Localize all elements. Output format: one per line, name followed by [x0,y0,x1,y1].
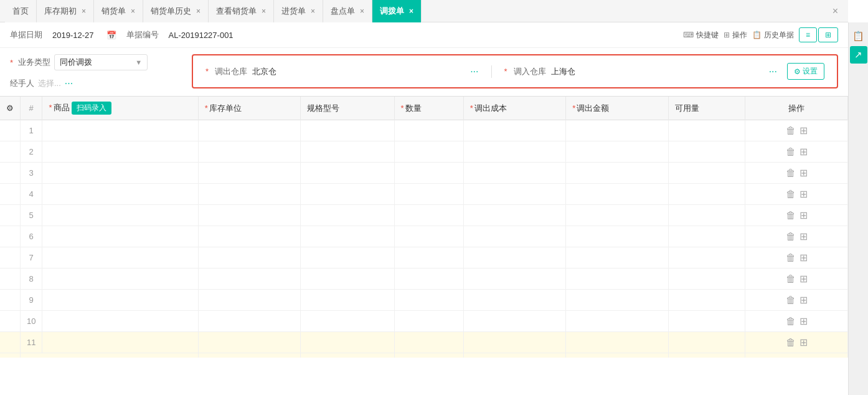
cell-available-7[interactable] [669,247,745,269]
tab-purchase[interactable]: 进货单 × [274,0,323,22]
cell-cost-2[interactable] [463,141,566,163]
copy-icon-3[interactable]: ⊞ [800,167,808,179]
cell-amount-5[interactable] [566,205,669,226]
cell-qty-4[interactable] [394,184,463,205]
delete-icon-6[interactable]: 🗑 [786,231,796,242]
cell-qty-1[interactable] [394,120,463,141]
cell-unit-10[interactable] [198,311,301,332]
cell-unit-9[interactable] [198,290,301,311]
cell-qty-3[interactable] [394,163,463,184]
cell-product-5[interactable] [42,205,198,226]
cell-qty-7[interactable] [394,247,463,269]
cell-product-3[interactable] [42,163,198,184]
cell-cost-11[interactable] [463,332,566,353]
layout-btn-2[interactable]: ⊞ [818,27,838,42]
copy-icon-2[interactable]: ⊞ [800,146,808,158]
cell-product-11[interactable] [42,332,198,353]
cell-product-4[interactable] [42,184,198,205]
cell-qty-11[interactable] [394,332,463,353]
cell-unit-4[interactable] [198,184,301,205]
cell-unit-5[interactable] [198,205,301,226]
warehouse-out-more-icon[interactable]: ··· [470,66,478,77]
cell-cost-5[interactable] [463,205,566,226]
cell-product-8[interactable] [42,269,198,290]
cell-available-6[interactable] [669,226,745,247]
cell-cost-1[interactable] [463,120,566,141]
cell-qty-5[interactable] [394,205,463,226]
person-placeholder[interactable]: 选择... [38,78,61,89]
cell-qty-2[interactable] [394,141,463,163]
cell-product-10[interactable] [42,311,198,332]
copy-icon-6[interactable]: ⊞ [800,231,808,242]
cell-amount-3[interactable] [566,163,669,184]
tab-sales-history[interactable]: 销货单历史 × [143,0,209,22]
cell-amount-1[interactable] [566,120,669,141]
cell-spec-8[interactable] [301,269,394,290]
delete-icon-5[interactable]: 🗑 [786,210,796,221]
cell-spec-1[interactable] [301,120,394,141]
cell-available-9[interactable] [669,290,745,311]
copy-icon-8[interactable]: ⊞ [800,273,808,285]
operation-action[interactable]: ⊞ 操作 [724,30,747,40]
layout-btn-1[interactable]: ≡ [799,27,817,42]
copy-icon-11[interactable]: ⊞ [800,336,808,348]
cell-product-1[interactable] [42,120,198,141]
delete-icon-8[interactable]: 🗑 [786,274,796,285]
cell-cost-3[interactable] [463,163,566,184]
cell-unit-3[interactable] [198,163,301,184]
close-tab-inventory-init[interactable]: × [82,7,86,16]
person-more-icon[interactable]: ··· [65,78,73,89]
tab-inventory-init[interactable]: 库存期初 × [37,0,94,22]
cell-qty-6[interactable] [394,226,463,247]
cell-available-11[interactable] [669,332,745,353]
tab-transfer[interactable]: 调拨单 × [372,0,422,22]
copy-icon-7[interactable]: ⊞ [800,252,808,264]
sidebar-doc-icon[interactable]: 📋 [850,27,867,45]
cell-spec-4[interactable] [301,184,394,205]
cell-qty-10[interactable] [394,311,463,332]
close-tab-purchase[interactable]: × [311,7,315,16]
cell-unit-7[interactable] [198,247,301,269]
close-tab-sales-history[interactable]: × [196,7,200,16]
cell-cost-10[interactable] [463,311,566,332]
close-tab-sales-order[interactable]: × [131,7,135,16]
cell-spec-7[interactable] [301,247,394,269]
cell-unit-2[interactable] [198,141,301,163]
cell-available-2[interactable] [669,141,745,163]
delete-icon-7[interactable]: 🗑 [786,252,796,264]
cell-amount-9[interactable] [566,290,669,311]
cell-amount-10[interactable] [566,311,669,332]
copy-icon-4[interactable]: ⊞ [800,188,808,200]
tab-view-sales[interactable]: 查看销货单 × [209,0,274,22]
copy-icon-1[interactable]: ⊞ [800,125,808,136]
cell-unit-1[interactable] [198,120,301,141]
tab-sales-order[interactable]: 销货单 × [94,0,143,22]
cell-spec-2[interactable] [301,141,394,163]
calendar-icon[interactable]: 📅 [106,31,116,40]
cell-product-7[interactable] [42,247,198,269]
copy-icon-5[interactable]: ⊞ [800,209,808,221]
cell-spec-3[interactable] [301,163,394,184]
cell-product-9[interactable] [42,290,198,311]
cell-cost-9[interactable] [463,290,566,311]
cell-unit-6[interactable] [198,226,301,247]
close-tab-stocktake[interactable]: × [360,7,364,16]
cell-spec-9[interactable] [301,290,394,311]
cell-amount-8[interactable] [566,269,669,290]
cell-spec-11[interactable] [301,332,394,353]
cell-available-8[interactable] [669,269,745,290]
cell-available-5[interactable] [669,205,745,226]
cell-spec-6[interactable] [301,226,394,247]
cell-amount-6[interactable] [566,226,669,247]
settings-button[interactable]: ⚙ 设置 [787,63,824,80]
cell-available-1[interactable] [669,120,745,141]
cell-cost-6[interactable] [463,226,566,247]
cell-spec-5[interactable] [301,205,394,226]
cell-cost-4[interactable] [463,184,566,205]
tab-home[interactable]: 首页 [5,0,37,22]
cell-unit-11[interactable] [198,332,301,353]
delete-icon-10[interactable]: 🗑 [786,316,796,327]
history-action[interactable]: 📋 历史单据 [752,30,794,40]
cell-amount-11[interactable] [566,332,669,353]
scan-btn[interactable]: 扫码录入 [72,102,111,115]
